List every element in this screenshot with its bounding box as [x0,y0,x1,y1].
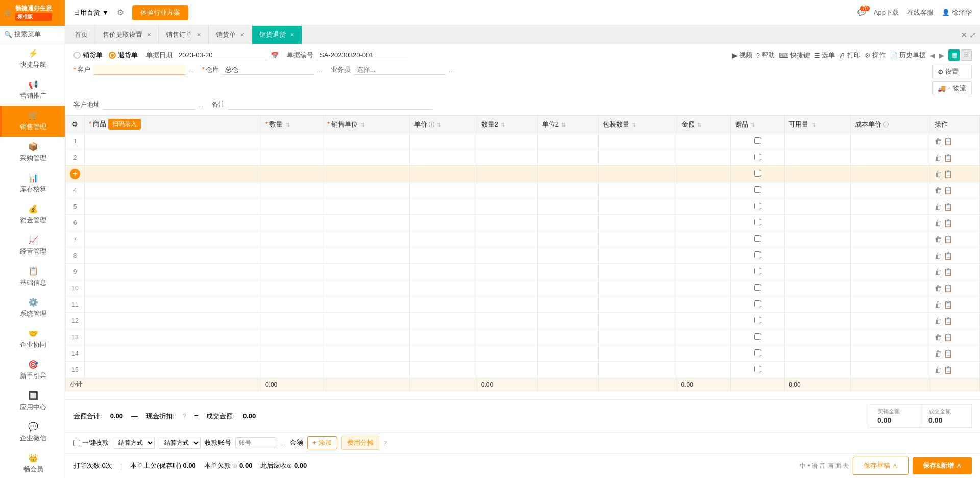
sidebar-item-member[interactable]: 👑 畅会员 [0,448,65,478]
user-profile[interactable]: 👤 徐泽华 [942,8,972,17]
scan-btn[interactable]: 扫码录入 [108,119,141,130]
save-new-btn[interactable]: 保存&新增 ∧ [913,457,972,474]
sidebar-item-basic[interactable]: 📋 基础信息 [0,261,65,292]
sort-icon[interactable]: ⇅ [632,122,636,128]
delete-row-btn[interactable]: 🗑 [935,219,942,227]
fee-split-btn[interactable]: 费用分摊 [341,436,379,450]
logistics-btn[interactable]: 🚚 + 物流 [932,81,972,95]
delete-row-btn[interactable]: 🗑 [935,284,942,292]
copy-row-btn[interactable]: 📋 [944,268,952,276]
gift-checkbox[interactable] [754,137,761,144]
delete-row-btn[interactable]: 🗑 [935,251,942,260]
sort-icon[interactable]: ⇅ [286,122,290,128]
notification-btn[interactable]: 💬 70 [857,9,866,16]
copy-row-btn[interactable]: 📋 [944,219,952,227]
goods-input[interactable] [89,137,257,145]
qty-cell[interactable] [261,149,323,166]
sidebar-item-finance[interactable]: 💰 资金管理 [0,199,65,230]
delete-row-btn[interactable]: 🗑 [935,170,942,178]
one-click-checkbox[interactable] [74,440,80,446]
calendar-icon[interactable]: 📅 [271,52,279,59]
amount-cell[interactable] [677,149,730,166]
maximize-icon[interactable]: ⤢ [969,30,976,40]
copy-row-btn[interactable]: 📋 [944,186,952,194]
delete-row-btn[interactable]: 🗑 [935,137,942,145]
copy-row-btn[interactable]: 📋 [944,137,952,145]
sidebar-item-inventory[interactable]: 📊 库存核算 [0,168,65,199]
sort-icon[interactable]: ⇅ [501,122,505,128]
pkg-qty-cell[interactable] [598,133,677,149]
col-settings[interactable]: ⚙ [66,116,85,133]
cost-cell[interactable] [850,166,930,182]
close-tab-icon[interactable]: ✕ [961,30,967,40]
online-service-link[interactable]: 在线客服 [907,8,934,17]
select-order-btn[interactable]: ☰ 选单 [814,51,835,60]
sort-icon[interactable]: ⇅ [751,122,755,128]
tab-close-icon[interactable]: ✕ [146,32,151,38]
prev-icon[interactable]: ◀ [930,52,935,59]
warehouse-dots[interactable]: ... [317,66,323,74]
gift-checkbox[interactable] [754,154,761,160]
copy-row-btn[interactable]: 📋 [944,366,952,374]
copy-row-btn[interactable]: 📋 [944,154,952,162]
sidebar-item-marketing[interactable]: 📢 营销推广 [0,74,65,106]
copy-row-btn[interactable]: 📋 [944,203,952,211]
video-btn[interactable]: ▶ 视频 [732,51,752,60]
operate-btn[interactable]: ⚙ 操作 [865,51,886,60]
salesperson-dots[interactable]: ... [449,66,454,74]
copy-row-btn[interactable]: 📋 [944,333,952,341]
address-dots[interactable]: ... [198,101,204,109]
sort-icon[interactable]: ⇅ [361,122,365,128]
delete-row-btn[interactable]: 🗑 [935,235,942,243]
available-cell[interactable] [785,149,851,166]
account-input[interactable] [235,437,276,448]
customer-input[interactable] [93,65,185,75]
sidebar-item-wechat[interactable]: 💬 企业微信 [0,417,65,448]
customer-dots[interactable]: ... [188,66,194,74]
copy-row-btn[interactable]: 📋 [944,235,952,243]
qty2-cell[interactable] [477,133,537,149]
delete-row-btn[interactable]: 🗑 [935,349,942,358]
unit2-cell[interactable] [537,149,598,166]
radio-sales[interactable]: 销货单 [74,51,103,60]
sort-icon[interactable]: ⇅ [437,122,441,128]
price-cell[interactable] [409,149,477,166]
sidebar-item-operations[interactable]: 📈 经营管理 [0,230,65,261]
add-payment-btn[interactable]: + 添加 [307,436,337,449]
unit2-cell[interactable] [537,166,598,182]
copy-row-btn[interactable]: 📋 [944,251,952,260]
warehouse-input[interactable] [222,65,314,75]
qty2-cell[interactable] [477,166,537,182]
topbar-settings-icon[interactable]: ⚙ [117,8,124,17]
nav-selector[interactable]: 日用百货 ▼ [74,8,109,17]
sort-icon[interactable]: ⇅ [561,122,566,128]
delete-row-btn[interactable]: 🗑 [935,300,942,309]
price-cell[interactable] [409,166,477,182]
tab-home[interactable]: 首页 [67,26,95,44]
address-input[interactable] [103,99,195,110]
app-download-link[interactable]: App下载 [874,8,899,17]
list-view-btn[interactable]: ☰ [961,49,972,61]
cost-cell[interactable] [850,149,930,166]
qty2-cell[interactable] [477,149,537,166]
sort-icon[interactable]: ⇅ [812,122,816,128]
tab-close-icon[interactable]: ✕ [240,32,244,38]
delete-row-btn[interactable]: 🗑 [935,186,942,194]
delete-row-btn[interactable]: 🗑 [935,317,942,325]
price-cell[interactable] [409,133,477,149]
history-btn[interactable]: 📄 历史单据 [890,51,926,60]
next-icon[interactable]: ▶ [939,52,944,59]
sidebar-search[interactable]: 🔍 搜索菜单 [0,26,65,43]
pkg-qty-cell[interactable] [598,166,677,182]
cost-cell[interactable] [850,133,930,149]
sidebar-item-purchase[interactable]: 📦 采购管理 [0,137,65,168]
gift-checkbox[interactable] [754,170,761,177]
experience-btn[interactable]: 体验行业方案 [132,5,188,20]
amount-cell[interactable] [677,166,730,182]
goods-cell[interactable] [85,149,261,166]
delete-row-btn[interactable]: 🗑 [935,333,942,341]
gift-cell[interactable] [730,166,784,182]
sort-icon[interactable]: ⇅ [697,122,701,128]
goods-cell[interactable] [85,166,261,182]
sidebar-item-guide[interactable]: 🎯 新手引导 [0,355,65,386]
